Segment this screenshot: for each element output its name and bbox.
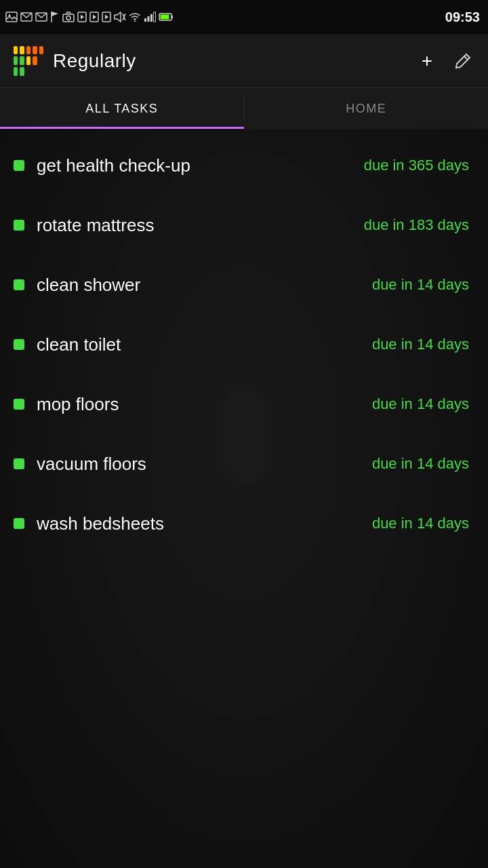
logo-dot [26,67,30,76]
task-name: vacuum floors [37,454,146,475]
image-icon [5,12,18,22]
svg-line-24 [464,56,468,60]
task-name: rotate mattress [37,215,154,236]
logo-dot [20,56,24,65]
task-left: get health check-up [14,155,190,176]
task-item[interactable]: mop floors due in 14 days [0,374,488,434]
tab-all-tasks[interactable]: ALL TASKS [0,88,244,129]
mail-icon [20,12,33,22]
camera-icon [62,12,75,22]
app-bar-left: Regularly [14,46,136,76]
task-bullet [14,160,24,171]
task-left: wash bedsheets [14,513,164,534]
logo-dot [33,56,37,65]
svg-rect-22 [161,15,169,20]
task-bullet [14,339,24,350]
play-icon [77,12,87,22]
task-due: due in 183 days [364,216,469,234]
svg-rect-19 [150,14,152,22]
status-icons-left [5,11,174,23]
svg-rect-5 [63,14,74,22]
flag-icon [50,11,60,23]
task-left: mop floors [14,394,119,415]
task-item[interactable]: vacuum floors due in 14 days [0,434,488,494]
task-due: due in 365 days [364,157,469,174]
svg-marker-8 [81,15,84,20]
svg-rect-20 [154,12,156,22]
task-bullet [14,399,24,410]
task-bullet [14,220,24,231]
task-name: get health check-up [37,155,190,176]
tab-home[interactable]: HOME [245,88,489,129]
mute-icon [114,12,126,22]
task-bullet [14,279,24,290]
task-left: rotate mattress [14,215,154,236]
logo-dot [20,67,24,76]
task-due: due in 14 days [372,276,469,294]
app-title: Regularly [53,50,136,72]
logo-dot [33,46,37,55]
task-left: vacuum floors [14,454,146,475]
status-time: 09:53 [445,9,480,25]
svg-marker-10 [93,15,96,20]
logo-dot [20,46,24,55]
logo-dot [14,56,18,65]
svg-rect-17 [144,18,146,22]
app-bar-right: + [419,47,474,75]
task-due: due in 14 days [372,515,469,532]
task-bullet [14,518,24,529]
tab-bar: ALL TASKS HOME [0,88,488,129]
svg-point-6 [66,16,70,20]
task-name: clean toilet [37,334,121,355]
task-item[interactable]: rotate mattress due in 183 days [0,195,488,255]
logo-dot [14,46,18,55]
mail2-icon [35,12,47,22]
logo-dot [26,56,30,65]
logo-dot [14,67,18,76]
task-name: mop floors [37,394,119,415]
task-due: due in 14 days [372,395,469,413]
logo-dot [39,56,43,65]
task-due: due in 14 days [372,336,469,353]
task-list: get health check-up due in 365 days rota… [0,129,488,560]
task-left: clean shower [14,275,140,296]
svg-rect-18 [148,16,150,22]
status-icons-right: 09:53 [445,9,480,25]
logo-dot [26,46,30,55]
signal-icon [144,12,156,22]
app-bar: Regularly + [0,34,488,88]
task-left: clean toilet [14,334,121,355]
app-logo [14,46,43,76]
logo-dot [33,67,37,76]
logo-dot [39,46,43,55]
task-name: clean shower [37,275,140,296]
svg-marker-12 [105,15,108,20]
play3-icon [102,12,111,22]
edit-button[interactable] [451,50,474,73]
task-due: due in 14 days [372,455,469,473]
add-task-button[interactable]: + [419,47,435,75]
battery-icon [159,12,174,22]
task-bullet [14,458,24,469]
task-item[interactable]: clean shower due in 14 days [0,255,488,315]
logo-dot [39,67,43,76]
wifi-icon [129,12,141,22]
task-name: wash bedsheets [37,513,164,534]
svg-marker-13 [115,12,121,22]
play2-icon [89,12,99,22]
status-bar: 09:53 [0,0,488,34]
svg-point-16 [134,20,136,22]
task-item[interactable]: get health check-up due in 365 days [0,136,488,195]
task-item[interactable]: wash bedsheets due in 14 days [0,494,488,553]
task-item[interactable]: clean toilet due in 14 days [0,315,488,374]
svg-rect-0 [6,12,17,22]
